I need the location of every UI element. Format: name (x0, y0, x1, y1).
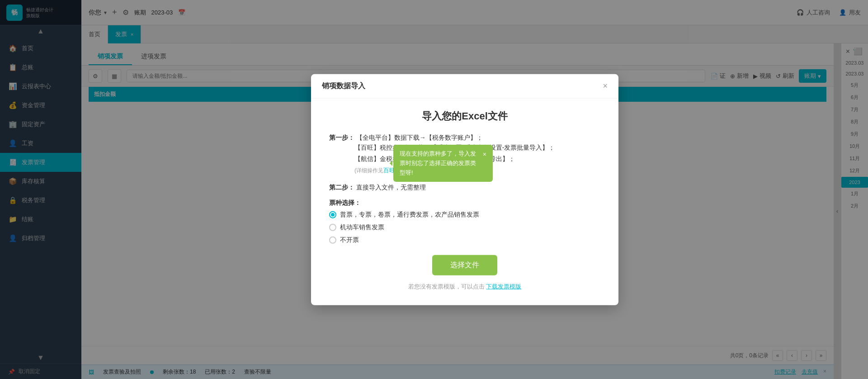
download-template-link[interactable]: 下载发票模版 (486, 283, 521, 289)
radio-label-3: 不开票 (340, 236, 359, 244)
radio-option-1[interactable]: 普票，专票，卷票，通行费发票，农产品销售发票 (329, 210, 600, 218)
tooltip-text: 现在支持的票种多了，导入发票时别忘了选择正确的发票类型呀! (400, 150, 476, 176)
step1-line1: 【全电平台】数据下载→【税务数字账户】； (356, 134, 483, 141)
step2-content: 直接导入文件，无需整理 (356, 183, 426, 190)
tooltip-close-icon[interactable]: × (483, 149, 486, 159)
radio-circle-3 (329, 236, 336, 243)
radio-circle-2 (329, 223, 336, 231)
radio-circle-1 (329, 211, 336, 218)
radio-option-2[interactable]: 机动车销售发票 (329, 223, 600, 231)
modal-close-button[interactable]: × (603, 81, 608, 91)
modal-footer: 若您没有发票模版，可以点击 下载发票模版 (329, 282, 600, 290)
step1-label: 第一步： (329, 134, 354, 141)
import-modal: 销项数据导入 × 导入您的Excel文件 第一步： 【全电平台】数据下载→【税务… (311, 74, 618, 305)
footer-prefix: 若您没有发票模版，可以点击 (408, 283, 485, 289)
tooltip-bubble: × 现在支持的票种多了，导入发票时别忘了选择正确的发票类型呀! (393, 145, 493, 182)
radio-label-2: 机动车销售发票 (340, 223, 384, 231)
radio-label-1: 普票，专票，卷票，通行费发票，农产品销售发票 (340, 210, 479, 218)
modal-main-title: 导入您的Excel文件 (329, 109, 600, 123)
select-file-button[interactable]: 选择文件 (432, 255, 497, 275)
step1-link-prefix: (详细操作见 (354, 167, 383, 174)
ticket-type-group: 票种选择： 普票，专票，卷票，通行费发票，农产品销售发票 机动车销售发票 不开票 (329, 199, 600, 244)
step2-section: 第二步： 直接导入文件，无需整理 (329, 183, 600, 191)
modal-title: 销项数据导入 (322, 81, 365, 91)
radio-option-3[interactable]: 不开票 (329, 236, 600, 244)
modal-header: 销项数据导入 × (311, 74, 618, 99)
modal-body: 导入您的Excel文件 第一步： 【全电平台】数据下载→【税务数字账户】； 【百… (311, 99, 618, 305)
ticket-type-label: 票种选择： (329, 199, 361, 206)
step2-label: 第二步： (329, 183, 354, 190)
